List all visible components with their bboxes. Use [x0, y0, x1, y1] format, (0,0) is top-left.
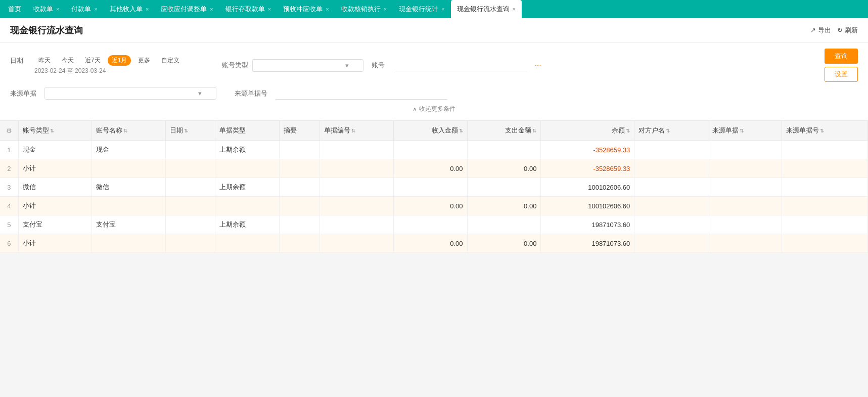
col-balance[interactable]: 余额⇅	[541, 121, 634, 141]
cell-income	[393, 141, 467, 159]
nav-adjustment[interactable]: 应收应付调整单 ×	[155, 0, 219, 18]
cell-balance: 100102606.60	[541, 197, 634, 215]
date-opt-today[interactable]: 今天	[58, 55, 78, 66]
col-expense[interactable]: 支出金额⇅	[467, 121, 541, 141]
date-opt-1month[interactable]: 近1月	[108, 55, 131, 66]
source-doc-no-input[interactable]	[276, 87, 447, 100]
nav-other-income[interactable]: 其他收入单 ×	[104, 0, 155, 18]
nav-advance[interactable]: 预收冲应收单 ×	[277, 0, 335, 18]
top-navigation: 首页 收款单 × 付款单 × 其他收入单 × 应收应付调整单 × 银行存取款单 …	[0, 0, 868, 18]
refresh-button[interactable]: ↻ 刷新	[837, 26, 858, 35]
sort-icon: ⇅	[666, 128, 670, 134]
cell-summary	[280, 141, 319, 159]
cell-source-doc	[708, 159, 782, 178]
cell-balance: 19871073.60	[541, 215, 634, 234]
chevron-up-icon: ∧	[413, 106, 417, 113]
close-icon[interactable]: ×	[94, 6, 97, 12]
date-opt-7days[interactable]: 近7天	[81, 55, 105, 66]
cell-source-doc-no	[782, 215, 868, 234]
close-icon[interactable]: ×	[441, 6, 444, 12]
row-number: 6	[0, 234, 18, 253]
date-opt-yesterday[interactable]: 昨天	[34, 55, 55, 66]
cell-balance: -3528659.33	[541, 159, 634, 178]
cell-source-doc	[708, 215, 782, 234]
col-account-name[interactable]: 账号名称⇅	[92, 121, 166, 141]
source-doc-select[interactable]: ▾	[44, 87, 216, 100]
cell-summary	[280, 234, 319, 253]
date-label: 日期	[10, 56, 30, 65]
account-input[interactable]	[396, 59, 527, 71]
cell-income: 0.00	[393, 159, 467, 178]
col-summary: 摘要	[280, 121, 319, 141]
nav-verification[interactable]: 收款核销执行 ×	[335, 0, 393, 18]
cell-account-name: 现金	[92, 141, 166, 159]
row-number: 4	[0, 197, 18, 215]
cell-expense: 0.00	[467, 159, 541, 178]
close-icon[interactable]: ×	[326, 6, 329, 12]
cell-account-type: 小计	[18, 159, 92, 178]
cell-source-doc-no	[782, 159, 868, 178]
table-row: 6 小计 0.00 0.00 19871073.60	[0, 234, 868, 253]
cell-expense	[467, 215, 541, 234]
cell-doc-type: 上期余额	[215, 178, 280, 197]
col-doc-no[interactable]: 单据编号⇅	[319, 121, 393, 141]
col-source-doc[interactable]: 来源单据⇅	[708, 121, 782, 141]
nav-bank-deposit[interactable]: 银行存取款单 ×	[219, 0, 277, 18]
cell-counterpart	[634, 215, 708, 234]
nav-bank-flow[interactable]: 现金银行流水查询 ×	[451, 0, 522, 18]
col-gear[interactable]: ⚙	[0, 121, 18, 141]
cell-account-type: 小计	[18, 234, 92, 253]
cell-account-type: 支付宝	[18, 215, 92, 234]
nav-bank-stats[interactable]: 现金银行统计 ×	[393, 0, 450, 18]
close-icon[interactable]: ×	[210, 6, 213, 12]
date-opt-more[interactable]: 更多	[134, 55, 154, 66]
col-income[interactable]: 收入金额⇅	[393, 121, 467, 141]
cell-counterpart	[634, 159, 708, 178]
collapse-button[interactable]: ∧ 收起更多条件	[10, 102, 858, 114]
sort-icon: ⇅	[532, 128, 536, 134]
sort-icon: ⇅	[184, 128, 188, 134]
cell-income: 0.00	[393, 234, 467, 253]
cell-account-type: 现金	[18, 141, 92, 159]
cell-expense: 0.00	[467, 197, 541, 215]
gear-icon[interactable]: ⚙	[6, 127, 12, 135]
close-icon[interactable]: ×	[513, 6, 516, 12]
date-opt-custom[interactable]: 自定义	[157, 55, 184, 66]
table-row: 2 小计 0.00 0.00 -3528659.33	[0, 159, 868, 178]
source-doc-label: 来源单据	[10, 89, 36, 98]
refresh-icon: ↻	[837, 26, 843, 34]
col-date[interactable]: 日期⇅	[166, 121, 215, 141]
nav-home[interactable]: 首页	[2, 0, 27, 18]
header-actions: ↗ 导出 ↻ 刷新	[810, 26, 858, 35]
close-icon[interactable]: ×	[146, 6, 149, 12]
account-more-button[interactable]: ···	[531, 61, 544, 70]
query-button[interactable]: 查询	[825, 49, 858, 64]
cell-doc-type	[215, 234, 280, 253]
close-icon[interactable]: ×	[56, 6, 59, 12]
col-account-type[interactable]: 账号类型⇅	[18, 121, 92, 141]
account-type-filter: 账号类型 ▾	[222, 59, 363, 72]
filter-row-2: 来源单据 ▾ 来源单据号	[10, 87, 858, 100]
cell-counterpart	[634, 141, 708, 159]
cell-doc-no	[319, 197, 393, 215]
cell-account-name: 支付宝	[92, 215, 166, 234]
cell-doc-no	[319, 178, 393, 197]
cell-income	[393, 215, 467, 234]
nav-payment[interactable]: 付款单 ×	[65, 0, 103, 18]
cell-summary	[280, 178, 319, 197]
nav-receipt[interactable]: 收款单 ×	[27, 0, 65, 18]
cell-date	[166, 234, 215, 253]
close-icon[interactable]: ×	[384, 6, 387, 12]
settings-button[interactable]: 设置	[825, 67, 858, 82]
export-button[interactable]: ↗ 导出	[810, 26, 831, 35]
col-source-doc-no[interactable]: 来源单据号⇅	[782, 121, 868, 141]
table-row: 4 小计 0.00 0.00 100102606.60	[0, 197, 868, 215]
sort-icon: ⇅	[740, 128, 744, 134]
cell-source-doc-no	[782, 234, 868, 253]
cell-account-type: 小计	[18, 197, 92, 215]
sort-icon: ⇅	[459, 128, 463, 134]
account-type-select[interactable]: ▾	[252, 59, 363, 72]
close-icon[interactable]: ×	[268, 6, 271, 12]
cell-summary	[280, 215, 319, 234]
col-counterpart[interactable]: 对方户名⇅	[634, 121, 708, 141]
